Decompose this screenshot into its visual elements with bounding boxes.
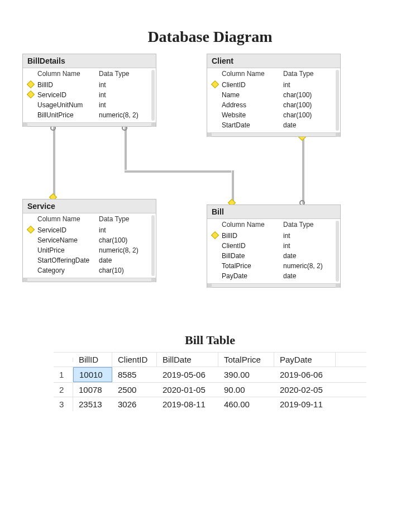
- column-row[interactable]: Addresschar(100): [208, 100, 339, 110]
- column-row[interactable]: Websitechar(100): [208, 110, 339, 120]
- scrollbar[interactable]: [336, 221, 339, 282]
- scrollbar-horizontal[interactable]: [207, 283, 340, 287]
- cell-billdate[interactable]: 2019-05-06: [157, 368, 218, 382]
- scrollbar-horizontal[interactable]: [23, 278, 156, 282]
- column-row[interactable]: BillIDint: [208, 231, 339, 241]
- column-row[interactable]: Namechar(100): [208, 90, 339, 100]
- column-name: Category: [35, 267, 97, 274]
- column-name: TotalPrice: [219, 262, 281, 270]
- column-type: date: [281, 121, 337, 129]
- table-row[interactable]: 21007825002020-01-0590.002020-02-05: [54, 382, 366, 397]
- column-row[interactable]: BillUnitPricenumeric(8, 2): [24, 110, 155, 120]
- table-row[interactable]: 11001085852019-05-06390.002019-06-06: [54, 367, 366, 382]
- rel-billdetails-bill-seg2: [124, 170, 235, 173]
- scrollbar[interactable]: [151, 215, 155, 276]
- erd-canvas: BillDetails Column Name Data Type BillID…: [22, 54, 398, 299]
- rel-billdetails-bill-seg1: [124, 126, 127, 171]
- column-type: int: [281, 242, 337, 250]
- column-row[interactable]: ServiceIDint: [24, 90, 155, 100]
- column-type: date: [97, 256, 152, 264]
- column-type: int: [97, 101, 152, 109]
- cell-totalprice[interactable]: 460.00: [218, 397, 274, 411]
- cell-billid[interactable]: 10078: [73, 383, 112, 397]
- scrollbar-horizontal[interactable]: [207, 132, 340, 136]
- col-header[interactable]: BillID: [73, 353, 112, 367]
- cell-billid[interactable]: 10010: [73, 367, 112, 382]
- col-header-type: Data Type: [281, 70, 337, 78]
- column-name: Name: [219, 91, 281, 99]
- column-row[interactable]: ClientIDint: [208, 80, 339, 90]
- column-row[interactable]: StartOfferingDatedate: [24, 255, 155, 265]
- cell-clientid[interactable]: 2500: [112, 383, 157, 397]
- cell-clientid[interactable]: 8585: [112, 368, 157, 382]
- cell-clientid[interactable]: 3026: [112, 397, 157, 411]
- rel-billdetails-service: [52, 126, 56, 199]
- column-row[interactable]: UsageUnitNumint: [24, 100, 155, 110]
- primary-key-icon: [211, 231, 219, 239]
- cell-billdate[interactable]: 2020-01-05: [157, 383, 218, 397]
- cell-billdate[interactable]: 2019-08-11: [157, 397, 218, 411]
- primary-key-icon: [27, 80, 35, 88]
- column-name: UnitPrice: [35, 246, 97, 254]
- column-type: char(10): [97, 267, 152, 274]
- col-header-type: Data Type: [97, 215, 152, 223]
- table-title: Bill: [207, 205, 340, 219]
- diagram-title: Database Diagram: [34, 28, 386, 46]
- cell-totalprice[interactable]: 390.00: [218, 368, 274, 382]
- column-row[interactable]: ServiceIDint: [24, 225, 155, 235]
- col-header-type: Data Type: [281, 221, 337, 229]
- rel-client-bill: [302, 136, 305, 204]
- column-row[interactable]: PayDatedate: [208, 271, 339, 281]
- row-index: 3: [54, 397, 73, 411]
- col-header[interactable]: TotalPrice: [218, 353, 274, 367]
- row-header: [54, 358, 73, 362]
- column-type: numeric(8, 2): [281, 262, 337, 270]
- column-name: BillDate: [219, 252, 281, 260]
- col-header[interactable]: PayDate: [274, 353, 336, 367]
- column-name: BillID: [35, 81, 97, 89]
- column-name: StartDate: [219, 121, 281, 129]
- column-name: BillUnitPrice: [35, 111, 97, 119]
- column-row[interactable]: ClientIDint: [208, 241, 339, 251]
- column-type: int: [97, 81, 152, 89]
- cell-paydate[interactable]: 2019-09-11: [274, 397, 336, 411]
- cell-paydate[interactable]: 2019-06-06: [274, 368, 336, 382]
- column-row[interactable]: BillIDint: [24, 80, 155, 90]
- cell-billid[interactable]: 23513: [73, 397, 112, 411]
- col-header[interactable]: ClientID: [112, 353, 157, 367]
- column-name: Address: [219, 101, 281, 109]
- col-header-name: Column Name: [219, 70, 281, 78]
- scrollbar[interactable]: [151, 70, 155, 121]
- table-client[interactable]: Client Column Name Data Type ClientIDint…: [207, 54, 341, 137]
- datagrid-title: Bill Table: [34, 333, 386, 348]
- column-type: date: [281, 272, 337, 280]
- column-row[interactable]: UnitPricenumeric(8, 2): [24, 245, 155, 255]
- cell-paydate[interactable]: 2020-02-05: [274, 383, 336, 397]
- table-row[interactable]: 32351330262019-08-11460.002019-09-11: [54, 397, 366, 411]
- table-billdetails[interactable]: BillDetails Column Name Data Type BillID…: [22, 54, 156, 127]
- column-name: PayDate: [219, 272, 281, 280]
- column-name: UsageUnitNum: [35, 101, 97, 109]
- column-name: ClientID: [219, 81, 281, 89]
- column-row[interactable]: ServiceNamechar(100): [24, 235, 155, 245]
- table-bill[interactable]: Bill Column Name Data Type BillIDintClie…: [207, 204, 341, 288]
- column-name: ClientID: [219, 242, 281, 250]
- column-name: StartOfferingDate: [35, 256, 97, 264]
- col-header[interactable]: BillDate: [157, 353, 218, 367]
- column-row[interactable]: StartDatedate: [208, 120, 339, 130]
- column-name: BillID: [219, 232, 281, 240]
- column-row[interactable]: Categorychar(10): [24, 265, 155, 275]
- primary-key-icon: [27, 91, 35, 98]
- table-title: BillDetails: [23, 54, 156, 68]
- column-type: int: [281, 81, 337, 89]
- table-service[interactable]: Service Column Name Data Type ServiceIDi…: [22, 199, 156, 282]
- col-header-name: Column Name: [35, 215, 97, 223]
- column-row[interactable]: TotalPricenumeric(8, 2): [208, 261, 339, 271]
- scrollbar[interactable]: [336, 70, 339, 131]
- column-type: char(100): [97, 236, 152, 244]
- scrollbar-horizontal[interactable]: [23, 122, 156, 126]
- column-row[interactable]: BillDatedate: [208, 251, 339, 261]
- table-title: Client: [207, 54, 340, 68]
- column-type: char(100): [281, 111, 337, 119]
- cell-totalprice[interactable]: 90.00: [218, 383, 274, 397]
